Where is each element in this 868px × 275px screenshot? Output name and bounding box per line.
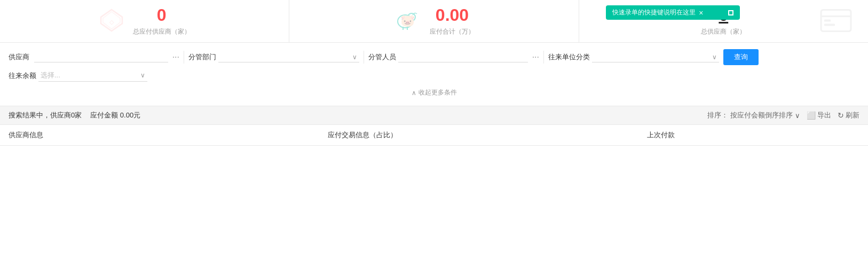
- svg-text:◇: ◇: [109, 19, 114, 25]
- dept-label: 分管部门: [188, 52, 216, 62]
- collapse-row: ∧ 收起更多条件: [9, 86, 859, 101]
- person-dots-btn[interactable]: ···: [532, 52, 539, 62]
- tooltip-close-btn[interactable]: ×: [699, 9, 703, 17]
- table-body: [0, 146, 868, 253]
- category-label: 往来单位分类: [548, 52, 590, 62]
- results-supplier-count: 搜索结果中，供应商0家: [9, 111, 82, 120]
- divider-3: [543, 51, 544, 64]
- sort-button[interactable]: 排序： 按应付会额倒序排序 ∨: [707, 111, 800, 120]
- refresh-label: 刷新: [846, 111, 859, 120]
- filter-bar: 供应商 ··· 分管部门 ∨ 分管人员 ··· 往来单位分类 ∨: [0, 43, 868, 106]
- payable-total-label: 应付合计（万）: [430, 27, 475, 36]
- stat-total-payable-suppliers: ◇ 0 总应付供应商（家）: [0, 0, 289, 42]
- person-filter: 分管人员 ···: [368, 52, 539, 62]
- stats-bar: ◇ 0 总应付供应商（家） 🐷: [0, 0, 868, 43]
- sort-prefix: 排序：: [707, 111, 728, 120]
- svg-rect-12: [824, 19, 831, 21]
- divider-1: [184, 51, 184, 64]
- balance-filter: 往来余额 选择... ∨: [9, 69, 147, 82]
- filter-row-1: 供应商 ··· 分管部门 ∨ 分管人员 ··· 往来单位分类 ∨: [9, 49, 859, 65]
- results-amount: 应付金额 0.00元: [90, 111, 140, 120]
- svg-rect-13: [824, 23, 835, 26]
- sort-value: 按应付会额倒序排序: [730, 111, 793, 120]
- balance-select[interactable]: 选择... ∨: [38, 69, 147, 82]
- supplier-filter: 供应商 ···: [9, 52, 179, 62]
- results-actions: 排序： 按应付会额倒序排序 ∨ ⬜ 导出 ↻ 刷新: [707, 111, 859, 120]
- dept-filter: 分管部门 ∨: [188, 52, 359, 62]
- stat-total-suppliers: 快速录单的快捷键说明在这里 × 0 总供应商（家）: [579, 0, 868, 42]
- query-button[interactable]: 查询: [723, 49, 759, 65]
- data-table: 供应商信息 应付交易信息（占比） 上次付款: [0, 125, 868, 253]
- refresh-button[interactable]: ↻ 刷新: [838, 111, 859, 120]
- results-info: 搜索结果中，供应商0家 应付金额 0.00元: [9, 111, 140, 120]
- supplier-label: 供应商: [9, 52, 32, 62]
- category-chevron: ∨: [712, 53, 717, 61]
- balance-label: 往来余额: [9, 71, 36, 81]
- collapse-button[interactable]: ∧ 收起更多条件: [412, 88, 457, 97]
- divider-2: [364, 51, 364, 64]
- col-last-payment-header: 上次付款: [647, 130, 860, 140]
- collapse-icon: ∧: [412, 89, 416, 97]
- stat-payable-total: 🐷 0.00 应付合计（万）: [289, 0, 579, 42]
- category-filter: 往来单位分类 ∨: [548, 52, 719, 62]
- category-select[interactable]: ∨: [592, 52, 719, 62]
- diamond-icon: ◇: [99, 7, 124, 35]
- collapse-label: 收起更多条件: [419, 88, 457, 97]
- payable-total-number: 0.00: [436, 6, 469, 25]
- dept-select[interactable]: ∨: [218, 52, 359, 62]
- bg-card-icon: [820, 9, 852, 34]
- piggy-bank-icon: 🐷: [393, 6, 421, 36]
- svg-text:🐷: 🐷: [400, 13, 415, 28]
- total-payable-label: 总应付供应商（家）: [133, 27, 191, 36]
- balance-placeholder: 选择...: [41, 70, 140, 80]
- export-label: 导出: [817, 111, 831, 120]
- shortcut-tooltip: 快速录单的快捷键说明在这里 ×: [606, 5, 739, 20]
- total-suppliers-label: 总供应商（家）: [701, 27, 746, 36]
- export-icon: ⬜: [807, 111, 816, 120]
- dept-chevron: ∨: [352, 53, 357, 61]
- person-input[interactable]: [398, 52, 528, 62]
- supplier-input[interactable]: [34, 52, 168, 62]
- tooltip-text: 快速录单的快捷键说明在这里: [612, 8, 696, 17]
- total-payable-number: 0: [157, 6, 167, 25]
- table-header: 供应商信息 应付交易信息（占比） 上次付款: [0, 125, 868, 146]
- balance-chevron: ∨: [140, 72, 145, 79]
- sort-chevron-icon: ∨: [795, 112, 800, 120]
- refresh-icon: ↻: [838, 111, 844, 120]
- results-bar: 搜索结果中，供应商0家 应付金额 0.00元 排序： 按应付会额倒序排序 ∨ ⬜…: [0, 106, 868, 125]
- col-transaction-header: 应付交易信息（占比）: [328, 130, 647, 140]
- export-button[interactable]: ⬜ 导出: [807, 111, 831, 120]
- supplier-dots-btn[interactable]: ···: [172, 52, 179, 62]
- col-supplier-header: 供应商信息: [9, 130, 328, 140]
- filter-row-2: 往来余额 选择... ∨: [9, 69, 859, 82]
- person-label: 分管人员: [368, 52, 396, 62]
